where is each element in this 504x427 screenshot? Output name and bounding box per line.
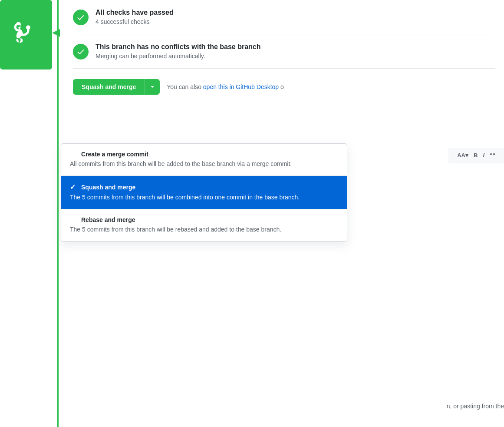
github-desktop-link[interactable]: open this in GitHub Desktop bbox=[203, 83, 279, 90]
squash-merge-button[interactable]: Squash and merge bbox=[73, 79, 145, 95]
check-circle-1 bbox=[73, 10, 89, 25]
check-text-1: All checks have passed 4 successful chec… bbox=[96, 9, 174, 25]
also-text-prefix: You can also bbox=[167, 83, 203, 90]
also-text-suffix: o bbox=[279, 83, 284, 90]
dropdown-arrow-icon bbox=[150, 86, 155, 89]
green-arrow: ◀ bbox=[52, 26, 60, 38]
check-title-1: All checks have passed bbox=[96, 9, 174, 17]
toolbar-bold[interactable]: B bbox=[474, 152, 478, 159]
bottom-partial-text: n, or pasting from the bbox=[447, 403, 504, 410]
merge-icon bbox=[13, 22, 39, 48]
also-text: You can also open this in GitHub Desktop… bbox=[167, 83, 284, 90]
page-container: ◀ All checks have passed 4 successful ch… bbox=[0, 0, 504, 427]
dropdown-menu: Create a merge commit All commits from t… bbox=[61, 143, 347, 242]
left-border-line bbox=[57, 0, 59, 427]
toolbar-partial: AA▾ B i ““ bbox=[448, 148, 504, 163]
dropdown-item-rebase-merge[interactable]: Rebase and merge The 5 commits from this… bbox=[61, 209, 347, 241]
dropdown-item-merge-commit[interactable]: Create a merge commit All commits from t… bbox=[61, 144, 347, 176]
dropdown-item-title-3: Rebase and merge bbox=[81, 216, 135, 223]
merge-button-group: Squash and merge bbox=[73, 79, 160, 95]
dropdown-item-squash-merge[interactable]: ✓ Squash and merge The 5 commits from th… bbox=[61, 176, 347, 209]
dropdown-item-desc-1: All commits from this branch will be add… bbox=[70, 159, 338, 169]
check-section-2: This branch has no conflicts with the ba… bbox=[73, 34, 495, 69]
dropdown-item-title-2: Squash and merge bbox=[81, 184, 135, 191]
check-circle-2 bbox=[73, 44, 89, 60]
check-text-2: This branch has no conflicts with the ba… bbox=[96, 43, 261, 60]
content-wrapper: All checks have passed 4 successful chec… bbox=[64, 0, 504, 105]
toolbar-quote[interactable]: ““ bbox=[490, 152, 495, 159]
check-subtitle-2: Merging can be performed automatically. bbox=[96, 53, 261, 60]
check-icon-2 bbox=[76, 47, 85, 56]
dropdown-item-title-1: Create a merge commit bbox=[81, 151, 148, 158]
checkmark-2: ✓ bbox=[70, 183, 77, 191]
toolbar-italic[interactable]: i bbox=[483, 152, 484, 159]
check-section-1: All checks have passed 4 successful chec… bbox=[73, 0, 495, 34]
dropdown-item-desc-3: The 5 commits from this branch will be r… bbox=[70, 225, 338, 234]
merge-dropdown-button[interactable] bbox=[145, 79, 160, 95]
dropdown-item-header-3: Rebase and merge bbox=[70, 216, 338, 223]
toolbar-aa[interactable]: AA▾ bbox=[457, 152, 468, 159]
check-subtitle-1: 4 successful checks bbox=[96, 18, 174, 25]
merge-icon-box bbox=[0, 0, 52, 70]
dropdown-item-desc-2: The 5 commits from this branch will be c… bbox=[70, 193, 338, 202]
check-icon-1 bbox=[76, 13, 85, 22]
check-title-2: This branch has no conflicts with the ba… bbox=[96, 43, 261, 51]
dropdown-item-header-1: Create a merge commit bbox=[70, 151, 338, 158]
dropdown-item-header-2: ✓ Squash and merge bbox=[70, 183, 338, 191]
merge-action-row: Squash and merge You can also open this … bbox=[73, 69, 495, 105]
